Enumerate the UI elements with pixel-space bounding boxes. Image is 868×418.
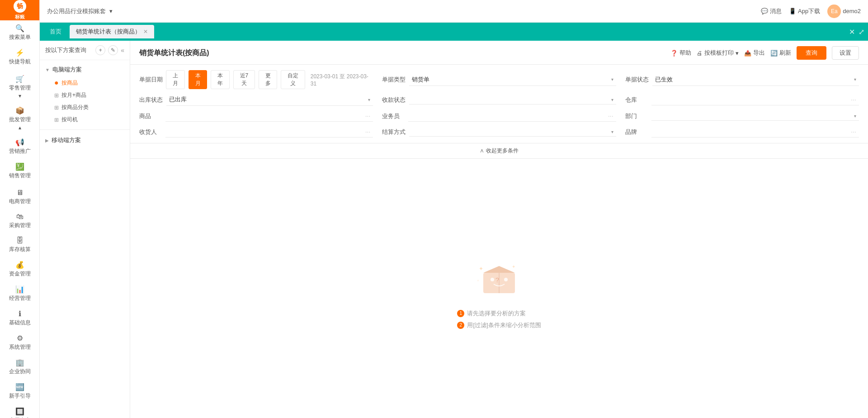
outbound-arrow: ▾ [368, 97, 370, 102]
filter-row-4: 收货人 ··· 结算方式 ▾ 品牌 [139, 126, 859, 138]
help-btn[interactable]: ❓ 帮助 [670, 49, 691, 57]
filter-row-3: 商品 ··· 业务员 ··· 部门 [139, 110, 859, 122]
warehouse-select[interactable]: ··· [651, 94, 859, 105]
refresh-btn[interactable]: 🔄 刷新 [770, 49, 791, 57]
tree-section-desktop: ▼ 电脑端方案 ● 按商品 ⊞ 按月+商品 ⊞ 按商品分类 ⊞ 按司机 [40, 60, 130, 128]
sidebar-item-finance[interactable]: 💰 资金管理 [0, 257, 39, 281]
query-btn[interactable]: 查询 [797, 46, 826, 60]
tree-item-desktop[interactable]: ▼ 电脑端方案 [40, 63, 130, 76]
type-select[interactable]: 销货单 ▾ [409, 74, 616, 86]
tree-sub-item-by-driver[interactable]: ⊞ 按司机 [40, 114, 130, 126]
apps-icon: 🔲 [15, 407, 24, 416]
sidebar-item-guide[interactable]: 🆕 新手引导 [0, 379, 39, 404]
date-btn-7days[interactable]: 近7天 [233, 70, 255, 89]
sidebar-item-inventory[interactable]: 🗄 库存核算 [0, 233, 39, 257]
tree-sub-icon-2: ⊞ [54, 104, 59, 111]
tree-item-mobile[interactable]: ▶ 移动端方案 [40, 133, 130, 147]
receiver-select[interactable]: ··· [165, 126, 373, 138]
date-btn-more[interactable]: 更多 [259, 70, 278, 89]
sidebar-item-purchase[interactable]: 🛍 采购管理 [0, 209, 39, 233]
tab-sales-stat[interactable]: 销货单统计表（按商品） ✕ [70, 25, 154, 38]
add-icon: + [99, 47, 102, 53]
type-arrow: ▾ [611, 77, 613, 82]
marketing-icon: 📢 [15, 138, 24, 147]
sidebar-item-ecommerce[interactable]: 🖥 电商管理 [0, 185, 39, 209]
brand-select[interactable]: ··· [651, 126, 859, 138]
message-icon: 💬 [761, 8, 768, 14]
tree-sub-item-by-month-goods[interactable]: ⊞ 按月+商品 [40, 89, 130, 101]
payment-status-select[interactable]: ▾ [409, 95, 616, 104]
outbound-select[interactable]: 已出库 ▾ [166, 94, 373, 106]
sidebar-item-marketing[interactable]: 📢 营销推广 [0, 134, 39, 159]
salesperson-dots[interactable]: ··· [608, 112, 613, 119]
goods-label: 商品 [139, 112, 162, 120]
date-btn-this-month[interactable]: 本月 [189, 70, 208, 89]
edit-icon: ✎ [111, 47, 115, 53]
payment-method-select[interactable]: ▾ [409, 128, 616, 137]
tree-sub-item-by-goods[interactable]: ● 按商品 [40, 76, 130, 89]
settings-btn[interactable]: 设置 [832, 46, 859, 60]
date-filter-row: 上月 本月 本年 近7天 更多 自定义 2023-03-01 至 2023-03… [166, 70, 373, 89]
avatar: Ea [827, 5, 841, 18]
tree-sub-label-by-driver: 按司机 [61, 116, 78, 124]
tab-sales-stat-close[interactable]: ✕ [143, 28, 148, 35]
tab-home[interactable]: 首页 [43, 25, 68, 38]
top-bar: 办公用品行业模拟账套 ▾ 💬 消息 📱 App下载 Ea demo2 [40, 0, 868, 23]
filter-row-2: 出库状态 已出库 ▾ 收款状态 ▾ 仓库 [139, 94, 859, 106]
user-menu[interactable]: Ea demo2 [827, 5, 861, 18]
sidebar-item-retail[interactable]: 🛒 零售管理 ▾ [0, 71, 39, 103]
sidebar-item-enterprise[interactable]: 🏢 企业协同 [0, 355, 39, 379]
add-scheme-btn[interactable]: + [95, 45, 105, 55]
sidebar-item-shortcut[interactable]: ⚡ 快捷导航 [0, 45, 39, 69]
date-btn-this-year[interactable]: 本年 [211, 70, 230, 89]
status-select[interactable]: 已生效 ▾ [652, 74, 859, 86]
sidebar-item-sales[interactable]: 💹 销售管理 [0, 159, 39, 183]
receiver-dots[interactable]: ··· [365, 128, 371, 135]
collapse-panel-btn[interactable]: « [121, 47, 124, 54]
date-btn-last-month[interactable]: 上月 [166, 70, 185, 89]
warehouse-label: 仓库 [625, 96, 648, 104]
sidebar-item-operations[interactable]: 📊 经营管理 [0, 281, 39, 306]
print-btn[interactable]: 🖨 按模板打印 ▾ [697, 49, 739, 57]
message-btn[interactable]: 💬 消息 [761, 7, 782, 15]
filter-status: 单据状态 已生效 ▾ [625, 74, 859, 86]
sidebar-item-system[interactable]: ⚙ 系统管理 [0, 330, 39, 355]
sidebar-item-search[interactable]: 🔍 搜索菜单 [0, 20, 39, 45]
sidebar-item-wholesale[interactable]: 📦 批发管理 ▴ [0, 103, 39, 134]
date-btn-custom[interactable]: 自定义 [281, 70, 305, 89]
print-dropdown[interactable]: ▾ [736, 50, 739, 57]
search-icon: 🔍 [15, 24, 24, 33]
filter-goods: 商品 ··· [139, 110, 373, 122]
sidebar-item-basic-label: 基础信息 [9, 319, 31, 327]
status-arrow: ▾ [854, 77, 856, 82]
tree-sub-item-by-category[interactable]: ⊞ 按商品分类 [40, 101, 130, 114]
sidebar-item-basic[interactable]: ℹ 基础信息 [0, 306, 39, 330]
sidebar-item-system-label: 系统管理 [9, 343, 31, 351]
workspace-dropdown-icon[interactable]: ▾ [109, 8, 113, 14]
tab-close-btn[interactable]: ✕ [849, 28, 855, 36]
goods-dots[interactable]: ··· [365, 112, 371, 119]
dept-select[interactable]: ▾ [651, 112, 859, 121]
sales-icon: 💹 [15, 162, 24, 171]
collapse-filters-btn[interactable]: ∧ 收起更多条件 [130, 143, 868, 159]
sidebar-item-wholesale-label: 批发管理 [9, 116, 31, 124]
salesperson-select[interactable]: ··· [408, 110, 616, 122]
outbound-label: 出库状态 [139, 96, 163, 104]
status-label: 单据状态 [625, 76, 649, 84]
tab-restore-btn[interactable]: ⤢ [859, 28, 864, 36]
filter-date: 单据日期 上月 本月 本年 近7天 更多 自定义 2023-03-01 至 20… [139, 70, 373, 89]
sidebar-item-search-label: 搜索菜单 [9, 33, 31, 41]
goods-select[interactable]: ··· [165, 110, 373, 122]
filter-payment-method: 结算方式 ▾ [382, 128, 616, 137]
sidebar-item-apps[interactable]: 🔲 应用中心 [0, 404, 39, 418]
app-download-btn[interactable]: 📱 App下载 [789, 7, 820, 15]
svg-text:✦: ✦ [476, 279, 480, 283]
logo[interactable]: 畅 标账 [0, 0, 39, 20]
page-actions: ❓ 帮助 🖨 按模板打印 ▾ 📤 导出 🔄 [670, 46, 859, 60]
brand-dots[interactable]: ··· [851, 128, 856, 135]
warehouse-dots[interactable]: ··· [851, 96, 856, 103]
export-btn[interactable]: 📤 导出 [744, 49, 765, 57]
basic-icon: ℹ [19, 309, 21, 318]
filter-warehouse: 仓库 ··· [625, 94, 859, 105]
edit-scheme-btn[interactable]: ✎ [108, 45, 118, 55]
